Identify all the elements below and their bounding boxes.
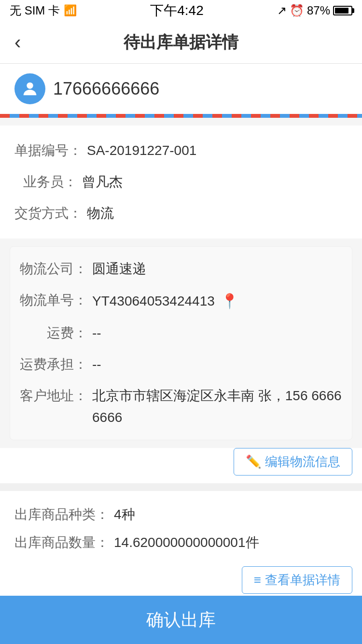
phone-number: 17666666666 bbox=[53, 79, 159, 99]
document-number-label: 单据编号： bbox=[14, 140, 82, 162]
edit-icon: ✏️ bbox=[246, 454, 261, 469]
address-row: 客户地址： 北京市市辖区海淀区永丰南 张，156 6666 6666 bbox=[20, 385, 342, 429]
goods-section: 出库商品种类： 4种 出库商品数量： 14.620000000000001件 bbox=[0, 491, 362, 566]
logistics-section: 物流公司： 圆通速递 物流单号： YT43064053424413 📍 运费： … bbox=[10, 246, 352, 440]
nav-bar: ‹ 待出库单据详情 bbox=[0, 21, 362, 64]
goods-quantity-label: 出库商品数量： bbox=[14, 533, 109, 552]
salesperson-value: 曾凡杰 bbox=[82, 171, 348, 193]
status-bar-time: 下午4:42 bbox=[150, 1, 204, 20]
address-label: 客户地址： bbox=[20, 385, 87, 407]
tracking-value: YT43064053424413 📍 bbox=[92, 290, 342, 313]
carrier-label: 无 SIM 卡 bbox=[10, 3, 60, 18]
document-info-section: 单据编号： SA-20191227-001 业务员： 曾凡杰 交货方式： 物流 bbox=[0, 126, 362, 238]
delivery-method-row: 交货方式： 物流 bbox=[14, 203, 348, 224]
back-button[interactable]: ‹ bbox=[14, 31, 21, 53]
location-status-icon: ↗ bbox=[277, 4, 287, 17]
freight-label: 运费： bbox=[20, 322, 87, 344]
list-icon: ≡ bbox=[254, 573, 261, 588]
delivery-method-value: 物流 bbox=[87, 203, 348, 224]
edit-btn-row: ✏️ 编辑物流信息 bbox=[0, 448, 362, 483]
status-bar: 无 SIM 卡 📶 下午4:42 ↗ ⏰ 87% bbox=[0, 0, 362, 21]
logistics-company-row: 物流公司： 圆通速递 bbox=[20, 258, 342, 280]
person-icon bbox=[20, 79, 40, 98]
battery-icon bbox=[333, 6, 352, 15]
status-bar-left: 无 SIM 卡 📶 bbox=[10, 3, 77, 18]
dashed-divider bbox=[0, 114, 362, 118]
alarm-icon: ⏰ bbox=[290, 4, 304, 17]
freight-bearer-value: -- bbox=[92, 354, 342, 376]
confirm-button[interactable]: 确认出库 bbox=[146, 608, 216, 632]
freight-bearer-label: 运费承担： bbox=[20, 354, 87, 376]
salesperson-row: 业务员： 曾凡杰 bbox=[14, 171, 348, 193]
freight-bearer-row: 运费承担： -- bbox=[20, 354, 342, 376]
wifi-icon: 📶 bbox=[64, 4, 77, 17]
page-title: 待出库单据详情 bbox=[124, 31, 238, 54]
address-value: 北京市市辖区海淀区永丰南 张，156 6666 6666 bbox=[92, 385, 342, 429]
battery-label: 87% bbox=[307, 4, 330, 17]
tracking-location-icon[interactable]: 📍 bbox=[221, 290, 238, 313]
delivery-method-label: 交货方式： bbox=[14, 203, 82, 224]
goods-quantity-value: 14.620000000000001件 bbox=[114, 533, 259, 552]
freight-value: -- bbox=[92, 322, 342, 344]
section-separator bbox=[0, 483, 362, 491]
logistics-company-value: 圆通速递 bbox=[92, 258, 342, 280]
avatar bbox=[14, 73, 45, 104]
bottom-bar: 确认出库 bbox=[0, 596, 362, 644]
tracking-row: 物流单号： YT43064053424413 📍 bbox=[20, 290, 342, 313]
document-number-row: 单据编号： SA-20191227-001 bbox=[14, 140, 348, 162]
goods-types-row: 出库商品种类： 4种 bbox=[14, 505, 348, 524]
view-detail-button[interactable]: ≡ 查看单据详情 bbox=[242, 566, 352, 594]
document-number-value: SA-20191227-001 bbox=[87, 140, 348, 162]
logistics-company-label: 物流公司： bbox=[20, 258, 87, 280]
svg-point-0 bbox=[27, 83, 33, 89]
goods-quantity-row: 出库商品数量： 14.620000000000001件 bbox=[14, 533, 348, 552]
tracking-label: 物流单号： bbox=[20, 290, 87, 311]
goods-types-label: 出库商品种类： bbox=[14, 505, 109, 524]
phone-row: 17666666666 bbox=[0, 64, 362, 114]
freight-row: 运费： -- bbox=[20, 322, 342, 344]
goods-types-value: 4种 bbox=[114, 505, 135, 524]
edit-logistics-button[interactable]: ✏️ 编辑物流信息 bbox=[234, 448, 352, 476]
salesperson-label: 业务员： bbox=[14, 171, 77, 193]
status-bar-right: ↗ ⏰ 87% bbox=[277, 4, 352, 17]
